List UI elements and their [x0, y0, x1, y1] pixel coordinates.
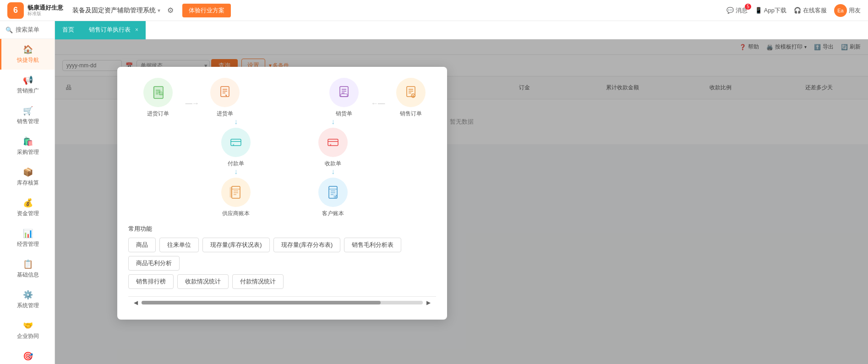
inventory-icon: 📦 — [23, 167, 33, 177]
arrow-down-receipt: ↓ — [331, 168, 335, 176]
payment-label: 付款单 — [228, 160, 244, 168]
operations-icon: 📊 — [23, 228, 33, 239]
sidebar-item-label: 资金管理 — [17, 210, 39, 217]
quick-nav-popup: 进货订单 - - - - → — [117, 67, 447, 320]
flow-item-payment[interactable]: ¥ 付款单 — [211, 128, 261, 168]
overlay[interactable]: 进货订单 - - - - → — [55, 39, 868, 364]
func-payment-stats[interactable]: 付款情况统计 — [232, 274, 284, 289]
flow-item-receipt[interactable]: ¥ 收款单 — [308, 128, 358, 168]
sidebar-item-label: 系统管理 — [17, 302, 39, 310]
sidebar-item-marketing[interactable]: 📢 营销推广 — [0, 70, 55, 100]
sales-exec-tab-label: 销售订单执行表 — [89, 26, 131, 34]
sidebar-item-operations[interactable]: 📊 经营管理 — [0, 223, 55, 254]
phone-icon: 📱 — [755, 7, 762, 14]
functions-title: 常用功能 — [128, 225, 436, 233]
sidebar-search-label: 搜索菜单 — [16, 26, 39, 34]
logo-area: 6 畅康通好生意 标准版 — [7, 2, 63, 19]
scroll-left-arrow[interactable]: ◀ — [132, 299, 140, 307]
func-sales-profit[interactable]: 销售毛利分析表 — [344, 238, 401, 252]
sidebar-item-label: 销售管理 — [17, 118, 39, 125]
func-sales-ranking[interactable]: 销售排行榜 — [128, 274, 174, 289]
app-download-button[interactable]: 📱 App下载 — [755, 6, 786, 15]
receipt-icon: ¥ — [318, 128, 348, 157]
tabs-close-all[interactable]: ✕ — [857, 27, 863, 34]
sidebar-item-purchase[interactable]: 🛍️ 采购管理 — [0, 131, 55, 162]
svg-rect-5 — [221, 87, 229, 97]
window-close-icon[interactable]: ✕ — [857, 27, 863, 34]
purchase-order-label: 进货订单 — [147, 110, 169, 118]
func-stock-status[interactable]: 现存量(库存状况表) — [202, 238, 270, 252]
func-goods-profit[interactable]: 商品毛利分析 — [128, 256, 180, 271]
arrow-down-sales: ↓ — [331, 118, 335, 126]
sidebar-item-sales[interactable]: 🛒 销售管理 — [0, 100, 55, 131]
sales-bill-icon — [329, 78, 359, 107]
arrow-down-payment: ↓ — [234, 168, 238, 176]
scroll-nav: ◀ ▶ — [132, 299, 432, 307]
receipt-label: 收款单 — [325, 160, 341, 168]
scrollbar-thumb[interactable] — [142, 301, 381, 304]
func-receipt-stats[interactable]: 收款情况统计 — [177, 274, 229, 289]
sales-bill-label: 销货单 — [336, 110, 352, 118]
message-button[interactable]: 💬 消息 5 — [726, 6, 748, 15]
scroll-right-arrow[interactable]: ▶ — [425, 299, 432, 307]
func-goods[interactable]: 商品 — [128, 238, 156, 252]
flow-item-sales-bill[interactable]: 销货单 — [319, 78, 369, 118]
supplier-ledger-icon — [221, 178, 251, 207]
flow-item-purchase-order[interactable]: 进货订单 — [133, 78, 183, 118]
experience-button[interactable]: 体验行业方案 — [182, 4, 231, 17]
logo-main: 畅康通好生意 — [27, 4, 63, 11]
sidebar-item-newbie[interactable]: 🎯 新手引导 — [0, 346, 55, 364]
functions-buttons: 商品 往来单位 现存量(库存状况表) 现存量(库存分布表) 销售毛利分析表 商品… — [128, 238, 436, 271]
flow-item-supplier-ledger[interactable]: 供应商账本 — [211, 178, 261, 217]
sidebar-item-quick-nav[interactable]: 🏠 快捷导航 — [0, 39, 55, 70]
sidebar-item-system[interactable]: ⚙️ 系统管理 — [0, 284, 55, 315]
arrow-po-to-pb: - - - - → — [183, 99, 200, 108]
flow-item-purchase-bill[interactable]: 进货单 — [200, 78, 250, 118]
sales-icon: 🛒 — [23, 106, 33, 116]
logo-sub: 标准版 — [27, 11, 63, 16]
sales-order-label: 销售订单 — [400, 110, 422, 118]
arrow-down-purchase: ↓ — [234, 118, 238, 126]
sidebar-item-basics[interactable]: 📋 基础信息 — [0, 254, 55, 284]
top-right-actions: 💬 消息 5 📱 App下载 🎧 在线客服 Ea 用友 — [726, 4, 861, 17]
sidebar-item-label: 营销推广 — [17, 87, 39, 95]
logo-icon: 6 — [7, 2, 24, 19]
logo-text: 畅康通好生意 标准版 — [27, 4, 63, 17]
online-service-label: 在线客服 — [803, 6, 827, 15]
tab-sales-exec[interactable]: 销售订单执行表 × — [82, 21, 146, 39]
sales-order-icon — [396, 78, 426, 107]
tab-home[interactable]: 首页 — [55, 21, 82, 39]
gear-button[interactable]: ⚙ — [164, 4, 177, 17]
sidebar-item-label: 基础信息 — [17, 271, 39, 279]
sidebar-search[interactable]: 🔍 搜索菜单 — [0, 21, 55, 39]
flow-item-sales-order[interactable]: 销售订单 — [386, 78, 436, 118]
enterprise-icon: 🤝 — [23, 321, 33, 331]
sidebar-item-label: 采购管理 — [17, 148, 39, 156]
customer-ledger-icon — [318, 178, 348, 207]
system-icon: ⚙️ — [23, 290, 33, 300]
user-name: 用友 — [849, 6, 861, 15]
svg-rect-27 — [232, 186, 240, 198]
func-stock-dist[interactable]: 现存量(库存分布表) — [273, 238, 341, 252]
flow-item-customer-ledger[interactable]: 客户账本 — [308, 178, 358, 217]
sidebar-item-enterprise[interactable]: 🤝 企业协同 — [0, 315, 55, 346]
flow-diagram: 进货订单 - - - - → — [128, 78, 436, 217]
user-profile[interactable]: Ea 用友 — [834, 4, 861, 17]
app-download-label: App下载 — [764, 6, 786, 15]
finance-icon: 💰 — [23, 198, 33, 208]
sidebar-item-label: 库存核算 — [17, 179, 39, 187]
basics-icon: 📋 — [23, 259, 33, 269]
svg-rect-32 — [230, 187, 232, 197]
arrow-so-to-sb: ← - - - - — [369, 99, 386, 108]
page-content: ❓ 帮助 🖨️ 按模板打印 ▾ ⬆️ 导出 � — [55, 39, 868, 364]
sidebar-item-inventory[interactable]: 📦 库存核算 — [0, 162, 55, 192]
online-service-button[interactable]: 🎧 在线客服 — [794, 6, 827, 15]
func-counterparty[interactable]: 往来单位 — [159, 238, 199, 252]
purchase-icon: 🛍️ — [23, 136, 33, 147]
sidebar-item-finance[interactable]: 💰 资金管理 — [0, 192, 55, 223]
tab-close-icon[interactable]: × — [135, 27, 138, 33]
sidebar-item-label: 经营管理 — [17, 240, 39, 248]
dropdown-arrow-icon[interactable]: ▾ — [158, 7, 160, 14]
message-badge: 5 — [745, 4, 751, 10]
marketing-icon: 📢 — [23, 75, 33, 85]
